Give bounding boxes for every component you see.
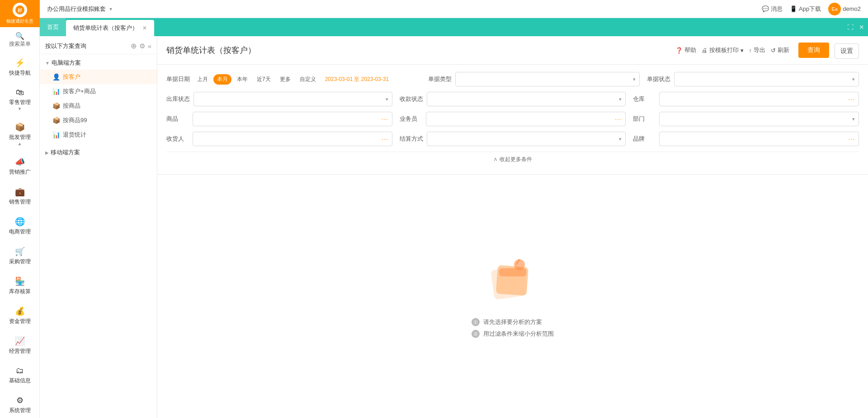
- date-btn-7days[interactable]: 近7天: [253, 74, 274, 85]
- export-label: 导出: [754, 46, 765, 54]
- add-scheme-btn[interactable]: ⊕: [131, 42, 137, 50]
- print-label: 按模板打印: [709, 46, 739, 54]
- hint-text-2: 用过滤条件来缩小分析范围: [483, 330, 554, 338]
- sidebar: 好 畅捷通好生意 🔍 搜索菜单 ⚡ 快捷导航 🛍 零售管理 ▼ 📦 批发管理 ▲…: [0, 0, 40, 418]
- operation-icon: 📈: [15, 336, 25, 346]
- user-area[interactable]: Ea demo2: [828, 3, 861, 15]
- print-btn[interactable]: 🖨 按模板打印 ▾: [702, 46, 744, 54]
- tab-home[interactable]: 首页: [40, 18, 66, 36]
- inventory-label: 库存核算: [9, 288, 31, 295]
- help-btn[interactable]: ❓ 帮助: [675, 46, 696, 54]
- system-label: 系统管理: [9, 407, 31, 414]
- product-filter: 商品 ···: [166, 112, 392, 126]
- warehouse-label: 仓库: [633, 95, 656, 103]
- scheme-item-by-product-99[interactable]: 📦 按商品99: [40, 113, 157, 128]
- filter-row-4: 收货人 ··· 结算方式 ▾ 品牌: [166, 132, 859, 146]
- scheme-item-return-stat[interactable]: 📊 退货统计: [40, 128, 157, 142]
- message-icon: 💬: [762, 5, 769, 12]
- export-icon: ↑: [749, 47, 752, 54]
- content-area: 按以下方案查询 ⊕ ⚙ « ▼ 电脑端方案 👤 按客户 📊: [40, 36, 868, 418]
- sidebar-item-purchase[interactable]: 🛒 采购管理: [0, 241, 39, 271]
- out-status-label: 出库状态: [166, 95, 190, 103]
- sidebar-item-sales[interactable]: 💼 销售管理: [0, 181, 39, 211]
- order-status-control[interactable]: ▾: [674, 72, 859, 86]
- by-customer-product-label: 按客户+商品: [63, 87, 96, 95]
- search-menu[interactable]: 🔍 搜索菜单: [0, 27, 39, 52]
- collapse-scheme-btn[interactable]: «: [148, 42, 151, 50]
- department-control[interactable]: ▾: [659, 112, 859, 126]
- scheme-group-mobile-header[interactable]: ▶ 移动端方案: [40, 146, 157, 159]
- by-product-icon: 📦: [52, 102, 60, 109]
- receipt-status-control[interactable]: ▾: [427, 92, 626, 106]
- date-btn-this-year[interactable]: 本年: [233, 74, 251, 85]
- sales-icon: 💼: [15, 187, 25, 197]
- tab-sales-stat[interactable]: 销货单统计表（按客户） ✕: [66, 20, 154, 36]
- logo[interactable]: 好 畅捷通好生意: [0, 0, 40, 27]
- filter-area: 单据日期 上月 本月 本年 近7天 更多 自定义 2023-03-01 至 20…: [157, 65, 868, 175]
- sidebar-item-inventory[interactable]: 🏪 库存核算: [0, 271, 39, 301]
- search-label: 搜索菜单: [0, 40, 39, 48]
- sidebar-item-marketing[interactable]: 📣 营销推广: [0, 152, 39, 181]
- wholesale-icon: 📦: [15, 122, 25, 132]
- setting-btn[interactable]: 设置: [835, 43, 859, 59]
- svg-point-6: [514, 259, 525, 270]
- date-btn-custom[interactable]: 自定义: [296, 74, 320, 85]
- scheme-group-pc: ▼ 电脑端方案 👤 按客户 📊 按客户+商品 📦 按商品 📦 按商品: [40, 54, 157, 144]
- date-btn-last-month[interactable]: 上月: [193, 74, 212, 85]
- search-btn[interactable]: 查询: [798, 43, 829, 58]
- salesperson-dots: ···: [615, 115, 622, 123]
- brand-control[interactable]: ···: [659, 132, 859, 146]
- tab-sales-stat-label: 销货单统计表（按客户）: [73, 24, 138, 32]
- sidebar-item-ecom[interactable]: 🌐 电商管理: [0, 211, 39, 241]
- receipt-status-filter: 收款状态 ▾: [400, 92, 626, 106]
- scheme-item-by-customer[interactable]: 👤 按客户: [40, 70, 157, 84]
- salesperson-control[interactable]: ···: [426, 112, 626, 126]
- scheme-item-by-customer-product[interactable]: 📊 按客户+商品: [40, 84, 157, 99]
- breadcrumb-dropdown[interactable]: ▾: [109, 6, 112, 12]
- scheme-group-pc-header[interactable]: ▼ 电脑端方案: [40, 56, 157, 70]
- receipt-status-arrow: ▾: [619, 96, 622, 102]
- header-left: 办公用品行业模拟账套 ▾: [47, 5, 112, 13]
- product-label: 商品: [166, 115, 189, 123]
- filter-row-3: 商品 ··· 业务员 ··· 部门: [166, 112, 859, 126]
- department-arrow: ▾: [852, 116, 855, 122]
- tab-bar: 首页 销货单统计表（按客户） ✕ ⛶ ✕: [40, 18, 868, 36]
- sidebar-item-wholesale[interactable]: 📦 批发管理 ▲: [0, 117, 39, 152]
- sidebar-item-operation[interactable]: 📈 经营管理: [0, 331, 39, 361]
- top-header: 办公用品行业模拟账套 ▾ 💬 消息 📱 App下载 Ea demo2: [40, 0, 868, 18]
- empty-illustration: [486, 255, 540, 309]
- message-label: 消息: [771, 5, 783, 13]
- product-control[interactable]: ···: [193, 112, 392, 126]
- out-status-control[interactable]: ▾: [193, 92, 392, 106]
- sidebar-item-retail[interactable]: 🛍 零售管理 ▼: [0, 82, 39, 117]
- sidebar-item-finance[interactable]: 💰 资金管理: [0, 301, 39, 331]
- mobile-group-label: 移动端方案: [51, 148, 80, 157]
- scheme-item-by-product[interactable]: 📦 按商品: [40, 99, 157, 113]
- order-type-control[interactable]: ▾: [455, 72, 640, 86]
- warehouse-control[interactable]: ···: [659, 92, 859, 106]
- date-btn-more[interactable]: 更多: [276, 74, 294, 85]
- print-dropdown-icon: ▾: [741, 47, 744, 54]
- tab-close-icon[interactable]: ✕: [142, 25, 147, 31]
- settlement-control[interactable]: ▾: [427, 132, 626, 146]
- edit-scheme-btn[interactable]: ⚙: [139, 42, 145, 50]
- tab-maximize-btn[interactable]: ⛶ ✕: [847, 24, 864, 31]
- shortcut-label: 快捷导航: [9, 69, 31, 77]
- refresh-btn[interactable]: ↺ 刷新: [771, 46, 789, 54]
- date-btn-this-month[interactable]: 本月: [213, 74, 231, 85]
- sidebar-item-basic[interactable]: 🗂 基础信息: [0, 361, 39, 390]
- salesperson-filter: 业务员 ···: [400, 112, 626, 126]
- system-icon: ⚙: [16, 395, 24, 405]
- collapse-filters-btn[interactable]: ∧ 收起更多条件: [166, 152, 859, 167]
- message-btn[interactable]: 💬 消息: [762, 5, 783, 13]
- date-range-display[interactable]: 2023-03-01 至 2023-03-31: [325, 76, 389, 83]
- sidebar-item-shortcut[interactable]: ⚡ 快捷导航: [0, 52, 39, 82]
- export-btn[interactable]: ↑ 导出: [749, 46, 766, 54]
- receiver-control[interactable]: ···: [193, 132, 392, 146]
- hint-num-1: ①: [472, 318, 480, 326]
- app-download-btn[interactable]: 📱 App下载: [790, 5, 821, 13]
- nav-menu: ⚡ 快捷导航 🛍 零售管理 ▼ 📦 批发管理 ▲ 📣 营销推广 💼 销售管理 🌐…: [0, 52, 39, 418]
- order-status-label: 单据状态: [647, 75, 670, 83]
- warehouse-filter: 仓库 ···: [633, 92, 859, 106]
- sidebar-item-system[interactable]: ⚙ 系统管理: [0, 390, 39, 418]
